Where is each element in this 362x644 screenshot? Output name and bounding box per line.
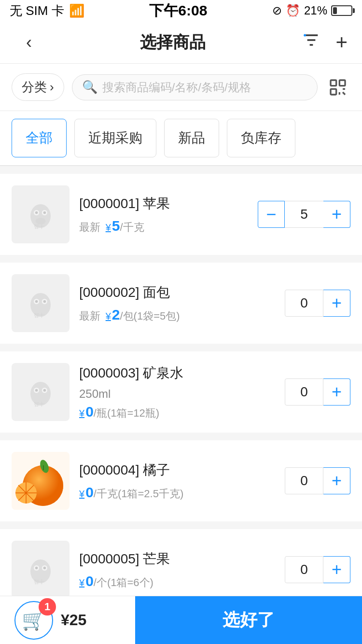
- product-name: [0000003] 矿泉水: [79, 364, 275, 382]
- increment-button-0000005[interactable]: +: [323, 556, 350, 583]
- svg-text:智十: 智十: [34, 401, 44, 407]
- decrement-button-0000001[interactable]: −: [258, 201, 285, 228]
- category-label: 分类: [22, 79, 47, 96]
- alarm-icon: ⏰: [286, 4, 300, 17]
- table-row: 智十 [0000001] 苹果 最新 ¥5/千克 − +: [0, 174, 362, 255]
- quantity-input-0000005[interactable]: [285, 556, 323, 583]
- cart-badge: 1: [39, 598, 56, 616]
- svg-rect-5: [339, 80, 345, 86]
- location-icon: ⊘: [272, 4, 282, 17]
- increment-button-0000003[interactable]: +: [323, 378, 350, 406]
- svg-text:智十: 智十: [34, 312, 44, 318]
- filter-icon[interactable]: [302, 30, 321, 54]
- svg-point-27: [35, 389, 38, 392]
- nav-actions: +: [302, 30, 348, 54]
- svg-point-15: [43, 211, 46, 214]
- status-left: 无 SIM 卡 📶: [10, 2, 84, 19]
- cart-section: 🛒 1 ¥25: [0, 601, 135, 640]
- svg-point-3: [304, 34, 306, 37]
- wifi-icon: 📶: [69, 3, 84, 18]
- product-image-0000004: [12, 452, 70, 510]
- quantity-input-0000001[interactable]: [285, 201, 323, 228]
- product-controls-0000002: +: [285, 290, 350, 317]
- status-time: 下午6:08: [149, 1, 207, 21]
- svg-point-21: [35, 300, 38, 303]
- svg-point-44: [43, 567, 46, 570]
- product-price: 最新 ¥2/包(1袋=5包): [79, 307, 275, 323]
- increment-button-0000004[interactable]: +: [323, 467, 350, 494]
- confirm-button[interactable]: 选好了: [135, 596, 362, 644]
- svg-text:智十: 智十: [34, 224, 44, 229]
- product-image-0000005: 智十: [12, 541, 70, 599]
- product-info-0000002: [0000002] 面包 最新 ¥2/包(1袋=5包): [79, 283, 275, 323]
- quantity-input-0000004[interactable]: [285, 467, 323, 494]
- product-name: [0000001] 苹果: [79, 195, 248, 213]
- svg-point-14: [35, 211, 38, 214]
- back-button[interactable]: ‹: [14, 28, 43, 57]
- product-image-0000003: 智十: [12, 363, 70, 421]
- increment-button-0000001[interactable]: +: [323, 201, 350, 228]
- product-price: ¥0/瓶(1箱=12瓶): [79, 404, 275, 420]
- increment-button-0000002[interactable]: +: [323, 290, 350, 317]
- battery-icon: [331, 5, 352, 16]
- confirm-label: 选好了: [223, 608, 275, 632]
- product-info-0000001: [0000001] 苹果 最新 ¥5/千克: [79, 195, 248, 235]
- product-info-0000003: [0000003] 矿泉水 250ml ¥0/瓶(1箱=12瓶): [79, 364, 275, 420]
- tab-new[interactable]: 新品: [164, 119, 219, 157]
- battery-percent: 21%: [304, 4, 327, 17]
- product-price: ¥0/个(1箱=6个): [79, 573, 275, 590]
- search-placeholder: 搜索商品编码/名称/条码/规格: [102, 80, 251, 95]
- scan-button[interactable]: [325, 75, 350, 100]
- status-right: ⊘ ⏰ 21%: [272, 4, 352, 17]
- status-bar: 无 SIM 卡 📶 下午6:08 ⊘ ⏰ 21%: [0, 0, 362, 21]
- table-row: 智十 [0000003] 矿泉水 250ml ¥0/瓶(1箱=12瓶) +: [0, 351, 362, 433]
- product-controls-0000004: +: [285, 467, 350, 494]
- svg-rect-6: [331, 89, 336, 95]
- cart-total: ¥25: [61, 611, 86, 629]
- tab-all[interactable]: 全部: [12, 119, 67, 157]
- svg-point-43: [35, 567, 38, 570]
- svg-point-22: [43, 300, 46, 303]
- svg-point-28: [43, 389, 46, 392]
- add-icon[interactable]: +: [335, 31, 348, 54]
- page-title: 选择商品: [140, 31, 206, 54]
- search-bar[interactable]: 🔍 搜索商品编码/名称/条码/规格: [72, 74, 318, 100]
- cart-icon[interactable]: 🛒 1: [14, 601, 53, 640]
- quantity-input-0000003[interactable]: [285, 378, 323, 406]
- product-controls-0000001: − +: [258, 201, 350, 228]
- search-icon: 🔍: [82, 80, 97, 95]
- product-price: ¥0/千克(1箱=2.5千克): [79, 484, 275, 501]
- product-controls-0000005: +: [285, 556, 350, 583]
- tab-recent[interactable]: 近期采购: [74, 119, 156, 157]
- product-price: 最新 ¥5/千克: [79, 218, 248, 235]
- product-name: [0000002] 面包: [79, 283, 275, 302]
- bottom-bar: 🛒 1 ¥25 选好了: [0, 596, 362, 644]
- category-arrow: ›: [50, 80, 54, 95]
- product-controls-0000003: +: [285, 378, 350, 406]
- product-list: 智十 [0000001] 苹果 最新 ¥5/千克 − + 智十: [0, 174, 362, 644]
- category-button[interactable]: 分类 ›: [12, 73, 64, 101]
- product-name: [0000004] 橘子: [79, 461, 275, 479]
- carrier-text: 无 SIM 卡: [10, 2, 64, 19]
- product-info-0000005: [0000005] 芒果 ¥0/个(1箱=6个): [79, 550, 275, 590]
- back-icon: ‹: [26, 32, 32, 53]
- svg-text:智十: 智十: [34, 579, 44, 585]
- table-row: [0000004] 橘子 ¥0/千克(1箱=2.5千克) +: [0, 440, 362, 521]
- tab-negative[interactable]: 负库存: [227, 119, 295, 157]
- product-name: [0000005] 芒果: [79, 550, 275, 568]
- svg-line-10: [343, 92, 345, 95]
- nav-bar: ‹ 选择商品 +: [0, 21, 362, 64]
- svg-rect-4: [331, 80, 336, 86]
- table-row: 智十 [0000002] 面包 最新 ¥2/包(1袋=5包) +: [0, 263, 362, 344]
- product-image-0000002: 智十: [12, 274, 70, 332]
- tab-row: 全部 近期采购 新品 负库存: [0, 111, 362, 166]
- product-image-0000001: 智十: [12, 185, 70, 243]
- product-spec: 250ml: [79, 387, 275, 401]
- quantity-input-0000002[interactable]: [285, 290, 323, 317]
- product-info-0000004: [0000004] 橘子 ¥0/千克(1箱=2.5千克): [79, 461, 275, 501]
- filter-row: 分类 › 🔍 搜索商品编码/名称/条码/规格: [0, 64, 362, 111]
